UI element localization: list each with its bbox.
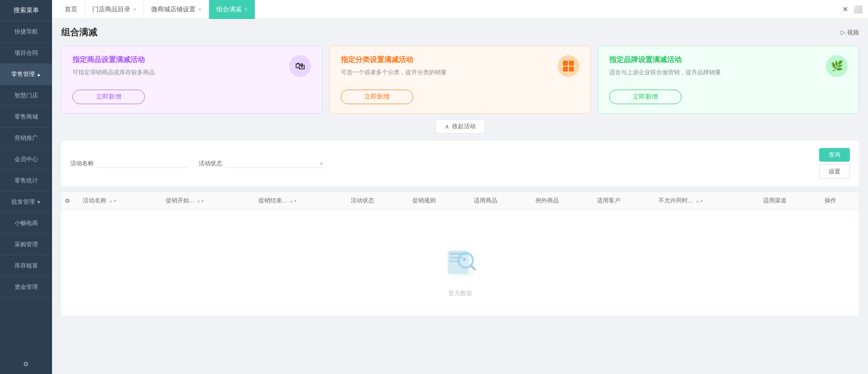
svg-rect-7 [449, 257, 463, 259]
tab-bar: 首页 门店商品目录 × 微商城店铺设置 × 组合满减 × ✕ ⬜ [52, 0, 868, 19]
sidebar-settings[interactable]: ⚙ [0, 354, 52, 374]
window-controls: ✕ ⬜ [842, 5, 863, 14]
page-title: 组合满减 [61, 26, 97, 38]
chevron-up-icon: ∧ [445, 123, 449, 130]
table-wrap: ⚙ 活动名称 ▲▼ 促销开始... ▲▼ 促销结束... ▲▼ [61, 192, 859, 316]
sidebar-item-shortcuts[interactable]: 快捷导航 [0, 21, 52, 43]
svg-point-10 [461, 256, 470, 265]
th-promo-rule: 促销规则 [409, 192, 470, 210]
filter-activity-name-label: 活动名称 [70, 159, 94, 168]
sort-icon: ▲▼ [196, 199, 205, 203]
tab-store-catalog[interactable]: 门店商品目录 × [85, 0, 144, 19]
sidebar-item-membership[interactable]: 会员中心 [0, 149, 52, 170]
activity-card-brand: 指定品牌设置满减活动 🌿 适合与上游企业联合做营销，提升品牌销量 立即新增 [598, 46, 859, 114]
filter-activity-status: 活动状态 ∨ [199, 159, 325, 168]
sidebar-item-retail-mall[interactable]: 零售商城 [0, 106, 52, 128]
activity-cards: 指定商品设置满减活动 🛍 可指定滞销商品或库存较多商品 立即新增 指定分类设置满… [61, 46, 859, 114]
tab-close-wechat-store-settings[interactable]: × [198, 6, 201, 13]
sidebar-item-retail-management[interactable]: 零售管理 ▲ [0, 64, 52, 85]
card-product-title: 指定商品设置满减活动 [72, 55, 311, 65]
th-applicable-goods: 适用商品 [470, 192, 532, 210]
card-product-desc: 可指定滞销商品或库存较多商品 [72, 68, 311, 81]
filter-activity-status-select[interactable] [226, 159, 325, 168]
data-table: ⚙ 活动名称 ▲▼ 促销开始... ▲▼ 促销结束... ▲▼ [61, 192, 859, 210]
th-promo-start[interactable]: 促销开始... ▲▼ [162, 192, 255, 210]
collapse-activity-button[interactable]: ∧ 收起活动 [435, 119, 485, 134]
window-close-button[interactable]: ✕ [842, 5, 848, 14]
sidebar-item-smart-store[interactable]: 智慧门店 [0, 85, 52, 106]
svg-rect-1 [569, 61, 574, 66]
card-brand-icon: 🌿 [826, 55, 848, 77]
tab-home[interactable]: 首页 [57, 0, 85, 19]
card-brand-add-button[interactable]: 立即新增 [609, 90, 682, 104]
card-product-icon: 🛍 [289, 55, 311, 77]
filter-activity-name: 活动名称 [70, 159, 188, 168]
th-promo-end[interactable]: 促销结束... ▲▼ [255, 192, 348, 210]
card-category-add-button[interactable]: 立即新增 [341, 90, 413, 104]
sidebar-search[interactable]: 搜索菜单 [0, 0, 52, 21]
collapse-bar: ∧ 收起活动 [61, 119, 859, 134]
card-product-add-button[interactable]: 立即新增 [72, 90, 145, 104]
main-area: 首页 门店商品目录 × 微商城店铺设置 × 组合满减 × ✕ ⬜ 组合满减 ▷ … [52, 0, 868, 374]
sort-icon: ▲▼ [289, 199, 297, 203]
svg-rect-0 [563, 61, 568, 66]
th-not-allow-concurrent[interactable]: 不允许同时... ▲▼ [655, 192, 759, 210]
empty-state-icon [438, 237, 483, 282]
card-category-desc: 可选一个或者多个分类，提升分类的销量 [341, 68, 579, 81]
tab-combo-discount[interactable]: 组合满减 × [209, 0, 255, 19]
tab-close-store-catalog[interactable]: × [133, 6, 136, 13]
sidebar-item-project-contract[interactable]: 项目合同 [0, 43, 52, 64]
th-operation: 操作 [821, 192, 859, 210]
chevron-down-icon: ▼ [37, 200, 41, 205]
sort-icon: ▲▼ [109, 199, 117, 203]
filter-actions: 查询 设置 [819, 148, 850, 179]
page-content: 组合满减 ▷ 视频 指定商品设置满减活动 🛍 可指定滞销商品或库存较多商品 立即… [52, 19, 868, 374]
play-icon: ▷ [841, 29, 845, 36]
sidebar-item-marketing[interactable]: 营销推广 [0, 128, 52, 149]
video-link[interactable]: ▷ 视频 [841, 29, 859, 37]
th-status: 活动状态 [347, 192, 409, 210]
svg-rect-3 [569, 67, 574, 72]
gear-icon: ⚙ [65, 197, 70, 204]
th-name[interactable]: 活动名称 ▲▼ [79, 192, 162, 210]
settings-button[interactable]: 设置 [819, 164, 850, 179]
empty-state: 暂无数据 [61, 210, 859, 316]
empty-state-text: 暂无数据 [448, 289, 472, 297]
sidebar-item-retail-stats[interactable]: 零售统计 [0, 170, 52, 192]
window-maximize-button[interactable]: ⬜ [854, 5, 863, 14]
svg-point-12 [463, 258, 466, 261]
sidebar-item-finance[interactable]: 资金管理 [0, 277, 52, 298]
table-header-row: ⚙ 活动名称 ▲▼ 促销开始... ▲▼ 促销结束... ▲▼ [61, 192, 859, 210]
th-applicable-channel: 适用渠道 [759, 192, 821, 210]
card-category-title: 指定分类设置满减活动 [341, 55, 579, 65]
filter-bar: 活动名称 活动状态 ∨ 查询 设置 [61, 141, 859, 186]
th-applicable-customer: 适用客户 [593, 192, 655, 210]
sidebar-item-procurement[interactable]: 采购管理 [0, 234, 52, 255]
card-brand-title: 指定品牌设置满减活动 [609, 55, 848, 65]
sidebar: 搜索菜单 快捷导航 项目合同 零售管理 ▲ 智慧门店 零售商城 营销推广 会员中… [0, 0, 52, 374]
activity-card-category: 指定分类设置满减活动 可选一个或者多个分类，提升分类的销量 立即新增 [329, 46, 591, 114]
tab-wechat-store-settings[interactable]: 微商城店铺设置 × [144, 0, 209, 19]
svg-rect-2 [563, 67, 568, 72]
activity-card-product: 指定商品设置满减活动 🛍 可指定滞销商品或库存较多商品 立即新增 [61, 46, 322, 114]
query-button[interactable]: 查询 [819, 148, 850, 162]
sort-icon: ▲▼ [696, 199, 704, 203]
sidebar-item-wholesale[interactable]: 批发管理 ▼ [0, 192, 52, 213]
filter-activity-status-label: 活动状态 [199, 159, 222, 168]
chevron-up-icon: ▲ [37, 72, 41, 77]
filter-activity-name-input[interactable] [97, 159, 188, 168]
th-gear[interactable]: ⚙ [61, 192, 79, 210]
filter-activity-status-wrap: ∨ [226, 159, 325, 168]
tab-close-combo-discount[interactable]: × [244, 6, 248, 13]
sidebar-item-inventory[interactable]: 库存核算 [0, 255, 52, 277]
page-title-bar: 组合满减 ▷ 视频 [61, 26, 859, 38]
card-brand-desc: 适合与上游企业联合做营销，提升品牌销量 [609, 68, 848, 81]
sidebar-item-ecommerce[interactable]: 小畅电商 [0, 213, 52, 234]
card-category-icon [558, 55, 579, 77]
th-exception-goods: 例外商品 [532, 192, 593, 210]
svg-line-11 [471, 265, 475, 269]
